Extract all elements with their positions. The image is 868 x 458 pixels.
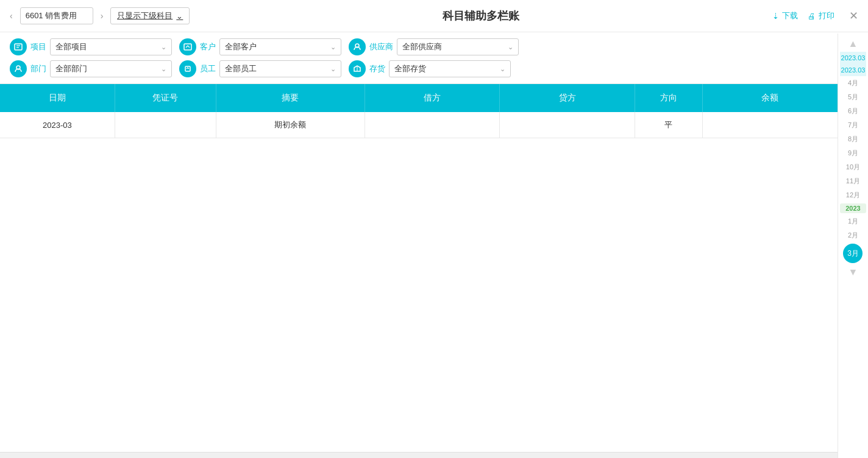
table-body: 2023-03 期初余额 平 [0,112,838,138]
cell-summary: 期初余额 [216,112,365,138]
filter-employee: 员工 全部员工 ⌄ [179,60,341,77]
main-container: ‹ 6601 销售费用 › 只显示下级科目 ⌄ 科目辅助多栏账 ⇣ 下载 🖨 打… [0,0,868,458]
filter-supplier: 供应商 全部供应商 ⌄ [349,38,519,55]
employee-label: 员工 [200,63,216,74]
show-sub-dropdown[interactable]: 只显示下级科目 ⌄ [110,7,190,24]
customer-label: 客户 [200,41,216,52]
supplier-select[interactable]: 全部供应商 ⌄ [397,38,519,55]
panel-month-item[interactable]: 4月 [840,76,867,90]
table-wrapper[interactable]: 日期 凭证号 摘要 借方 贷方 方向 余额 2023-03 期初余额 平 [0,84,838,452]
panel-month-item[interactable]: 3月 [843,244,863,263]
filter-customer: 客户 全部客户 ⌄ [179,38,341,55]
col-header-balance: 余额 [702,84,838,112]
panel-month-item[interactable]: 2023 [840,203,867,213]
svg-rect-0 [15,44,22,50]
col-header-date: 日期 [0,84,115,112]
panel-month-item[interactable]: 5月 [840,90,867,104]
filter-area: 项目 全部项目 ⌄ 客户 全部客户 ⌄ [0,32,868,84]
print-icon: 🖨 [808,12,816,21]
employee-value: 全部员工 [225,63,257,74]
next-arrow[interactable]: › [101,11,104,21]
prev-arrow[interactable]: ‹ [10,11,13,21]
filter-row-2: 部门 全部部门 ⌄ 员工 全部员工 ⌄ [10,60,858,77]
print-button[interactable]: 🖨 打印 [808,10,834,21]
department-label: 部门 [30,63,46,74]
print-label: 打印 [819,10,834,21]
cell-date: 2023-03 [0,112,115,138]
customer-arrow-icon: ⌄ [330,43,336,51]
cell-credit [500,112,635,138]
employee-arrow-icon: ⌄ [330,65,336,73]
top-actions: ⇣ 下载 🖨 打印 ✕ [772,9,858,23]
department-arrow-icon: ⌄ [161,65,166,73]
filter-row-1: 项目 全部项目 ⌄ 客户 全部客户 ⌄ [10,38,858,55]
panel-month-item[interactable]: 8月 [840,132,867,146]
inventory-select[interactable]: 全部存货 ⌄ [389,60,511,77]
project-select[interactable]: 全部项目 ⌄ [50,38,172,55]
panel-month-item[interactable]: 6月 [840,104,867,118]
project-value: 全部项目 [55,41,87,52]
show-sub-label: 只显示下级科目 [117,10,173,21]
panel-down-arrow[interactable]: ▼ [846,264,861,280]
right-panel-months: 2023.032023.034月5月6月7月8月9月10月11月12月20231… [840,52,867,264]
department-value: 全部部门 [55,63,87,74]
show-sub-arrow-icon: ⌄ [176,12,183,21]
cell-balance [702,112,838,138]
cell-voucher [115,112,216,138]
customer-select[interactable]: 全部客户 ⌄ [219,38,341,55]
employee-select[interactable]: 全部员工 ⌄ [219,60,341,77]
panel-month-item[interactable]: 1月 [840,214,867,228]
top-bar: ‹ 6601 销售费用 › 只显示下级科目 ⌄ 科目辅助多栏账 ⇣ 下载 🖨 打… [0,0,868,32]
customer-icon [179,38,196,55]
cell-debit [365,112,500,138]
filter-project: 项目 全部项目 ⌄ [10,38,172,55]
download-icon: ⇣ [772,12,779,21]
right-panel: ▲ 2023.032023.034月5月6月7月8月9月10月11月12月202… [838,33,868,458]
department-select[interactable]: 全部部门 ⌄ [50,60,172,77]
download-button[interactable]: ⇣ 下载 [772,10,798,21]
table-header-row: 日期 凭证号 摘要 借方 贷方 方向 余额 [0,84,838,112]
supplier-arrow-icon: ⌄ [508,43,513,51]
bottom-scrollbar[interactable] [0,452,838,458]
department-icon [10,60,27,77]
inventory-value: 全部存货 [394,63,426,74]
col-header-debit: 借方 [365,84,500,112]
filter-inventory: 存货 全部存货 ⌄ [349,60,511,77]
inventory-label: 存货 [369,63,385,74]
account-code-text: 6601 销售费用 [26,10,77,21]
customer-value: 全部客户 [225,41,257,52]
panel-month-item[interactable]: 2月 [840,228,867,242]
project-label: 项目 [30,41,46,52]
panel-month-item[interactable]: 2023.03 [840,64,867,76]
inventory-arrow-icon: ⌄ [500,65,505,73]
panel-up-arrow[interactable]: ▲ [846,36,861,52]
table-row: 2023-03 期初余额 平 [0,112,838,138]
panel-month-item[interactable]: 9月 [840,146,867,160]
panel-month-item[interactable]: 7月 [840,118,867,132]
svg-rect-3 [184,44,191,50]
cell-direction: 平 [635,112,703,138]
col-header-credit: 贷方 [500,84,635,112]
supplier-value: 全部供应商 [402,41,442,52]
filter-department: 部门 全部部门 ⌄ [10,60,172,77]
panel-month-item[interactable]: 11月 [840,174,867,188]
panel-month-item[interactable]: 2023.03 [840,52,867,64]
account-code-box[interactable]: 6601 销售费用 [20,7,93,24]
close-button[interactable]: ✕ [849,9,858,23]
inventory-icon [349,60,366,77]
panel-month-item[interactable]: 10月 [840,160,867,174]
col-header-direction: 方向 [635,84,703,112]
project-icon [10,38,27,55]
supplier-label: 供应商 [369,41,393,52]
page-title: 科目辅助多栏账 [197,9,765,23]
panel-month-item[interactable]: 12月 [840,188,867,202]
project-arrow-icon: ⌄ [161,43,166,51]
employee-icon [179,60,196,77]
col-header-voucher: 凭证号 [115,84,216,112]
supplier-icon [349,38,366,55]
col-header-summary: 摘要 [216,84,365,112]
data-table: 日期 凭证号 摘要 借方 贷方 方向 余额 2023-03 期初余额 平 [0,84,838,138]
download-label: 下载 [782,10,798,21]
